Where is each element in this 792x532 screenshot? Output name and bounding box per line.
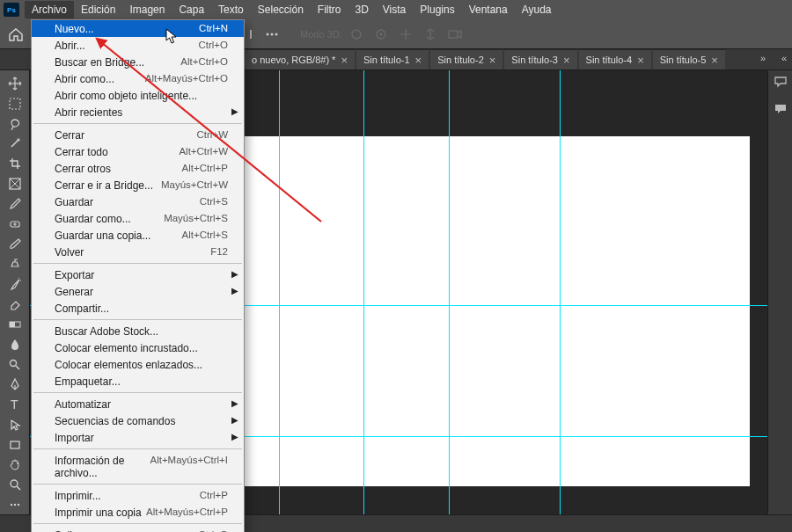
vertical-guide[interactable]: [363, 70, 364, 514]
menu-item-label: Cerrar otros: [55, 163, 111, 175]
menu-item[interactable]: Buscar Adobe Stock...: [32, 323, 244, 339]
menu-item[interactable]: Cerrar otrosAlt+Ctrl+P: [32, 160, 244, 177]
3d-roll-icon[interactable]: [370, 24, 392, 45]
menu-item[interactable]: GuardarCtrl+S: [32, 193, 244, 210]
eyedropper-tool-icon[interactable]: [3, 194, 27, 214]
menu-item[interactable]: Imprimir una copiaAlt+Mayús+Ctrl+P: [32, 504, 244, 521]
document-tab[interactable]: Sin título-5×: [653, 49, 725, 69]
menu-vista[interactable]: Vista: [376, 1, 413, 18]
menu-item-label: Cerrar todo: [55, 146, 108, 158]
menu-ventana[interactable]: Ventana: [462, 1, 515, 18]
3d-camera-icon[interactable]: [444, 24, 466, 45]
menu-shortcut: Alt+Mayús+Ctrl+I: [150, 455, 228, 479]
history-brush-tool-icon[interactable]: [3, 274, 27, 294]
close-icon[interactable]: ×: [563, 54, 570, 67]
menu-item[interactable]: Buscar en Bridge...Alt+Ctrl+O: [32, 54, 244, 70]
marquee-tool-icon[interactable]: [3, 94, 27, 113]
home-icon[interactable]: [5, 24, 26, 45]
menu-item[interactable]: Secuencias de comandos▶: [32, 412, 244, 429]
vertical-guide[interactable]: [279, 70, 280, 514]
comments-panel-icon[interactable]: [774, 76, 788, 91]
frame-tool-icon[interactable]: [3, 174, 27, 193]
document-tab[interactable]: o nuevo, RGB/8#) *×: [245, 49, 355, 69]
path-selection-tool-icon[interactable]: [3, 415, 27, 434]
menu-item[interactable]: Cerrar todoAlt+Ctrl+W: [32, 143, 244, 160]
menu-filtro[interactable]: Filtro: [311, 1, 348, 18]
menu-item[interactable]: Compartir...: [32, 300, 244, 317]
menu-item[interactable]: VolverF12: [32, 244, 244, 260]
libraries-panel-icon[interactable]: [774, 103, 788, 118]
menu-item[interactable]: Imprimir...Ctrl+P: [32, 487, 244, 504]
close-icon[interactable]: ×: [637, 54, 644, 67]
menu-shortcut: Ctrl+S: [200, 196, 228, 208]
tab-label: Sin título-3: [511, 55, 558, 65]
3d-pan-icon[interactable]: [395, 24, 416, 45]
tabs-overflow-icon[interactable]: »: [760, 53, 766, 63]
menu-item[interactable]: Abrir recientes▶: [32, 104, 244, 120]
menu-item[interactable]: Información de archivo...Alt+Mayús+Ctrl+…: [32, 452, 244, 481]
menu-item[interactable]: Abrir como objeto inteligente...: [32, 87, 244, 104]
healing-brush-tool-icon[interactable]: [3, 215, 27, 234]
menu-item[interactable]: SalirCtrl+Q: [32, 527, 244, 532]
vertical-guide[interactable]: [560, 70, 561, 514]
menu-item[interactable]: Importar▶: [32, 429, 244, 446]
document-tab[interactable]: Sin título-4×: [579, 49, 651, 69]
menu-item[interactable]: Cerrar e ir a Bridge...Mayús+Ctrl+W: [32, 177, 244, 193]
menu-shortcut: Alt+Ctrl+W: [179, 146, 228, 158]
menu-item-label: Guardar como...: [55, 213, 131, 225]
menu-imagen[interactable]: Imagen: [122, 1, 172, 18]
close-icon[interactable]: ×: [711, 54, 718, 67]
menu-texto[interactable]: Texto: [211, 1, 251, 18]
menu-ayuda[interactable]: Ayuda: [515, 1, 559, 18]
menu-shortcut: Alt+Ctrl+P: [182, 163, 228, 175]
menu-item[interactable]: Generar▶: [32, 283, 244, 300]
toolbar-more-icon[interactable]: [3, 495, 27, 514]
type-tool-icon[interactable]: T: [3, 395, 27, 414]
menu-item-label: Compartir...: [55, 302, 109, 315]
menu-item[interactable]: Abrir como...Alt+Mayús+Ctrl+O: [32, 70, 244, 87]
menu-item[interactable]: CerrarCtrl+W: [32, 127, 244, 143]
menu-item[interactable]: Exportar▶: [32, 266, 244, 283]
magic-wand-tool-icon[interactable]: [3, 134, 27, 153]
crop-tool-icon[interactable]: [3, 154, 27, 173]
menu-shortcut: F12: [210, 246, 228, 259]
menu-item[interactable]: Guardar como...Mayús+Ctrl+S: [32, 210, 244, 227]
menu-item[interactable]: Empaquetar...: [32, 373, 244, 390]
menu-item[interactable]: Colocar elementos enlazados...: [32, 356, 244, 373]
3d-slide-icon[interactable]: [420, 24, 441, 45]
pen-tool-icon[interactable]: [3, 375, 27, 394]
eraser-tool-icon[interactable]: [3, 295, 27, 314]
more-options-icon[interactable]: [261, 24, 282, 45]
menu-item[interactable]: Guardar una copia...Alt+Ctrl+S: [32, 227, 244, 244]
close-icon[interactable]: ×: [415, 54, 422, 67]
document-tab[interactable]: Sin título-1×: [356, 49, 429, 69]
clone-stamp-tool-icon[interactable]: [3, 254, 27, 273]
close-icon[interactable]: ×: [489, 54, 496, 67]
menu-capa[interactable]: Capa: [172, 1, 211, 18]
document-tab[interactable]: Sin título-2×: [430, 49, 502, 69]
panel-collapse-icon[interactable]: «: [781, 53, 787, 63]
lasso-tool-icon[interactable]: [3, 114, 27, 134]
menu-selección[interactable]: Selección: [251, 1, 311, 18]
zoom-tool-icon[interactable]: [3, 475, 27, 494]
dodge-tool-icon[interactable]: [3, 354, 27, 374]
brush-tool-icon[interactable]: [3, 235, 27, 254]
svg-rect-46: [11, 441, 19, 448]
menu-edición[interactable]: Edición: [74, 1, 122, 18]
menu-3d[interactable]: 3D: [348, 1, 375, 18]
hand-tool-icon[interactable]: [3, 455, 27, 474]
vertical-guide[interactable]: [449, 70, 450, 514]
close-icon[interactable]: ×: [341, 54, 348, 67]
3d-orbit-icon[interactable]: [346, 24, 367, 45]
menu-plugins[interactable]: Plugins: [413, 1, 461, 18]
document-tab[interactable]: Sin título-3×: [504, 49, 576, 69]
menu-item[interactable]: Automatizar▶: [32, 396, 244, 412]
menu-archivo[interactable]: Archivo: [25, 1, 74, 18]
blur-tool-icon[interactable]: [3, 335, 27, 354]
gradient-tool-icon[interactable]: [3, 315, 27, 334]
rectangle-tool-icon[interactable]: [3, 435, 27, 455]
menu-item[interactable]: Nuevo...Ctrl+N: [32, 20, 244, 37]
menu-item[interactable]: Colocar elemento incrustado...: [32, 339, 244, 356]
menu-item[interactable]: Abrir...Ctrl+O: [32, 37, 244, 54]
move-tool-icon[interactable]: [3, 74, 27, 93]
